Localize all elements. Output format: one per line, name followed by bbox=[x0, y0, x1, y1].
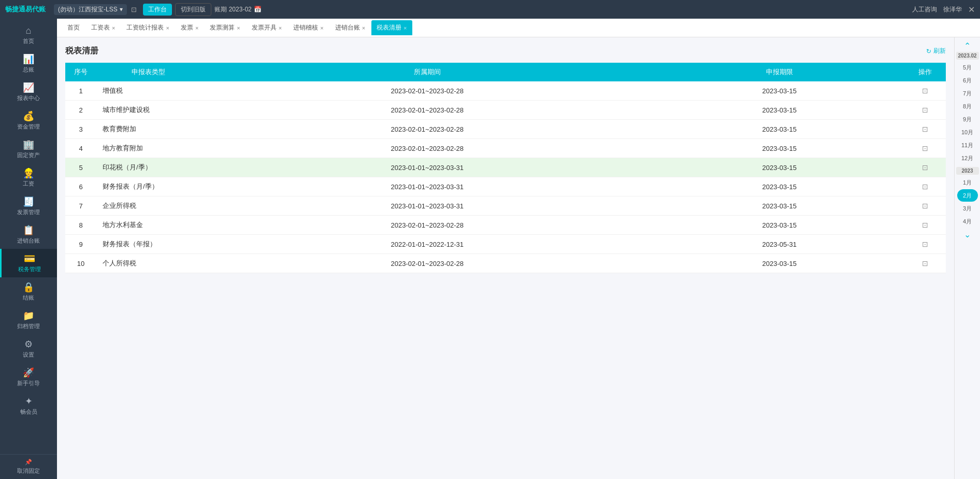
sidebar-item-closing[interactable]: 🔒 结账 bbox=[0, 277, 57, 306]
sidebar-item-archive[interactable]: 📁 归档管理 bbox=[0, 306, 57, 334]
table-row: 7 企业所得税 2023-01-01~2023-03-31 2023-03-15… bbox=[65, 196, 946, 216]
period-month-prev-5月[interactable]: 5月 bbox=[957, 61, 978, 74]
username[interactable]: 徐泽华 bbox=[943, 5, 962, 14]
cell-no: 9 bbox=[65, 235, 96, 254]
tab-close-invoice-calc[interactable]: × bbox=[237, 25, 240, 31]
action-icon-4[interactable]: ⊡ bbox=[922, 163, 928, 172]
user-service[interactable]: 人工咨询 bbox=[912, 5, 937, 14]
period-label: 账期 bbox=[214, 5, 227, 14]
col-header-操作: 操作 bbox=[904, 63, 946, 81]
tab-close-payroll-stats[interactable]: × bbox=[166, 25, 169, 31]
col-header-序号: 序号 bbox=[65, 63, 96, 81]
tab-label-purchase-ledger: 进销台账 bbox=[335, 23, 360, 32]
period-month-2023-4月[interactable]: 4月 bbox=[957, 215, 978, 228]
period-info: 账期 2023-02 📅 bbox=[214, 5, 262, 14]
cell-action[interactable]: ⊡ bbox=[904, 254, 946, 273]
sidebar-item-home[interactable]: ⌂ 首页 bbox=[0, 21, 57, 49]
sidebar-icon-reports: 📈 bbox=[23, 83, 34, 92]
cell-type: 地方水利基金 bbox=[96, 216, 200, 235]
sidebar-bottom-action[interactable]: 📌 取消固定 bbox=[0, 454, 57, 479]
action-icon-9[interactable]: ⊡ bbox=[922, 259, 928, 267]
old-mode-button[interactable]: 切到旧版 bbox=[175, 3, 211, 16]
tab-purchase-check[interactable]: 进销稽核× bbox=[288, 20, 328, 35]
sidebar-icon-purchase-sales: 📋 bbox=[23, 226, 34, 235]
calendar-icon[interactable]: 📅 bbox=[254, 6, 262, 13]
tab-close-purchase-check[interactable]: × bbox=[320, 25, 323, 31]
sidebar-item-purchase-sales[interactable]: 📋 进销台账 bbox=[0, 220, 57, 249]
cell-action[interactable]: ⊡ bbox=[904, 196, 946, 216]
tab-close-invoice-open[interactable]: × bbox=[279, 25, 282, 31]
period-month-2023-3月[interactable]: 3月 bbox=[957, 202, 978, 215]
sidebar-label-reports: 报表中心 bbox=[17, 94, 40, 102]
sidebar-item-reports[interactable]: 📈 报表中心 bbox=[0, 78, 57, 106]
company-selector[interactable]: (勿动）江西报宝-LSS ▾ bbox=[54, 4, 127, 15]
sidebar-item-tax[interactable]: 💳 税务管理 bbox=[0, 249, 57, 277]
tab-home[interactable]: 首页 bbox=[62, 20, 85, 35]
close-button[interactable]: ✕ bbox=[968, 5, 975, 15]
action-icon-5[interactable]: ⊡ bbox=[922, 182, 928, 191]
tab-invoice[interactable]: 发票× bbox=[176, 20, 204, 35]
action-icon-3[interactable]: ⊡ bbox=[922, 144, 928, 152]
refresh-icon: ↻ bbox=[926, 48, 931, 55]
sidebar-item-settings[interactable]: ⚙ 设置 bbox=[0, 334, 57, 363]
period-month-2023-1月[interactable]: 1月 bbox=[957, 176, 978, 189]
period-month-prev-10月[interactable]: 10月 bbox=[957, 126, 978, 138]
sidebar-item-ledger[interactable]: 📊 总账 bbox=[0, 49, 57, 78]
period-down-chevron[interactable]: ⌄ bbox=[961, 228, 974, 241]
cell-period: 2022-01-01~2022-12-31 bbox=[200, 235, 655, 254]
cell-action[interactable]: ⊡ bbox=[904, 81, 946, 101]
tab-close-purchase-ledger[interactable]: × bbox=[362, 25, 365, 31]
tax-table: 序号申报表类型所属期间申报期限操作 1 增值税 2023-02-01~2023-… bbox=[65, 63, 946, 273]
action-icon-8[interactable]: ⊡ bbox=[922, 240, 928, 248]
col-header-申报期限: 申报期限 bbox=[655, 63, 905, 81]
tab-tax-return[interactable]: 税表清册× bbox=[371, 20, 412, 35]
action-icon-2[interactable]: ⊡ bbox=[922, 125, 928, 133]
sidebar-item-invoice[interactable]: 🧾 发票管理 bbox=[0, 192, 57, 220]
tab-purchase-ledger[interactable]: 进销台账× bbox=[330, 20, 370, 35]
action-icon-0[interactable]: ⊡ bbox=[922, 87, 928, 95]
tab-label-home: 首页 bbox=[67, 23, 80, 32]
tab-payroll-stats[interactable]: 工资统计报表× bbox=[121, 20, 174, 35]
period-up-chevron[interactable]: ⌃ bbox=[961, 39, 974, 52]
tab-invoice-open[interactable]: 发票开具× bbox=[247, 20, 287, 35]
cell-no: 10 bbox=[65, 254, 96, 273]
cell-action[interactable]: ⊡ bbox=[904, 177, 946, 196]
table-row: 4 地方教育附加 2023-02-01~2023-02-28 2023-03-1… bbox=[65, 139, 946, 158]
period-month-2023-2月[interactable]: 2月 bbox=[957, 189, 978, 202]
cell-action[interactable]: ⊡ bbox=[904, 158, 946, 177]
cell-action[interactable]: ⊡ bbox=[904, 101, 946, 120]
action-icon-1[interactable]: ⊡ bbox=[922, 106, 928, 114]
table-row: 6 财务报表（月/季） 2023-01-01~2023-03-31 2023-0… bbox=[65, 177, 946, 196]
workspace-button[interactable]: 工作台 bbox=[143, 4, 172, 16]
period-month-prev-8月[interactable]: 8月 bbox=[957, 100, 978, 112]
cell-type: 印花税（月/季） bbox=[96, 158, 200, 177]
period-month-prev-11月[interactable]: 11月 bbox=[957, 139, 978, 151]
refresh-button[interactable]: ↻ 刷新 bbox=[926, 47, 946, 55]
cell-type: 企业所得税 bbox=[96, 196, 200, 216]
refresh-label: 刷新 bbox=[933, 47, 946, 55]
cell-action[interactable]: ⊡ bbox=[904, 120, 946, 139]
tab-close-tax-return[interactable]: × bbox=[403, 25, 407, 31]
tab-close-payroll[interactable]: × bbox=[112, 25, 115, 31]
cell-action[interactable]: ⊡ bbox=[904, 235, 946, 254]
cell-action[interactable]: ⊡ bbox=[904, 216, 946, 235]
tab-close-invoice[interactable]: × bbox=[195, 25, 198, 31]
tab-invoice-calc[interactable]: 发票测算× bbox=[205, 20, 245, 35]
sidebar-icon-payroll: 👷 bbox=[23, 168, 34, 178]
sidebar-item-funds[interactable]: 💰 资金管理 bbox=[0, 106, 57, 135]
table-row: 9 财务报表（年报） 2022-01-01~2022-12-31 2023-05… bbox=[65, 235, 946, 254]
copy-icon[interactable]: ⊡ bbox=[131, 6, 137, 13]
period-month-prev-6月[interactable]: 6月 bbox=[957, 74, 978, 87]
cell-action[interactable]: ⊡ bbox=[904, 139, 946, 158]
sidebar-item-guide[interactable]: 🚀 新手引导 bbox=[0, 363, 57, 391]
action-icon-7[interactable]: ⊡ bbox=[922, 221, 928, 229]
action-icon-6[interactable]: ⊡ bbox=[922, 202, 928, 210]
period-month-prev-12月[interactable]: 12月 bbox=[957, 152, 978, 164]
period-month-prev-9月[interactable]: 9月 bbox=[957, 113, 978, 125]
cell-period: 2023-02-01~2023-02-28 bbox=[200, 81, 655, 101]
period-month-prev-7月[interactable]: 7月 bbox=[957, 87, 978, 100]
sidebar-item-payroll[interactable]: 👷 工资 bbox=[0, 163, 57, 192]
sidebar-item-vip[interactable]: ✦ 畅会员 bbox=[0, 391, 57, 420]
sidebar-item-fixed-assets[interactable]: 🏢 固定资产 bbox=[0, 135, 57, 163]
tab-payroll[interactable]: 工资表× bbox=[86, 20, 120, 35]
